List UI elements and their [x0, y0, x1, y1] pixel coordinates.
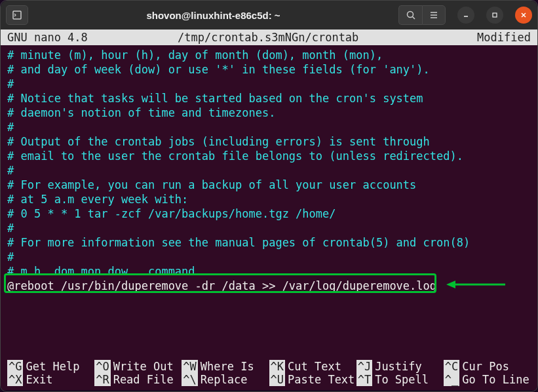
- maximize-button[interactable]: [486, 7, 503, 24]
- shortcut-where-is: ^WWhere Is: [182, 360, 269, 373]
- nano-app-label: GNU nano 4.8: [7, 31, 178, 44]
- editor-line: # For more information see the manual pa…: [7, 235, 531, 250]
- svg-marker-11: [446, 281, 455, 288]
- minimize-button[interactable]: [457, 7, 474, 24]
- shortcut-replace: ^\Replace: [182, 373, 269, 386]
- minimize-icon: [463, 12, 469, 18]
- shortcut-cut-text: ^KCut Text: [269, 360, 356, 373]
- editor-line: # 0 5 * * 1 tar -zcf /var/backups/home.t…: [7, 206, 531, 221]
- svg-line-2: [412, 17, 415, 20]
- nano-file-path: /tmp/crontab.s3mNGn/crontab: [178, 31, 477, 44]
- editor-line: # For example, you can run a backup of a…: [7, 178, 531, 192]
- editor-line: # email to the user the crontab file bel…: [7, 149, 531, 163]
- editor-line: # m h dom mon dow command: [7, 264, 531, 279]
- editor-line: # Notice that tasks will be started base…: [7, 91, 531, 106]
- shortcut-go-to-line: ^_Go To Line: [444, 373, 531, 386]
- nano-status: Modified: [477, 31, 531, 44]
- shortcut-read-file: ^RRead File: [94, 373, 182, 386]
- annotation-arrow-icon: [446, 278, 505, 291]
- shortcut-justify: ^JJustify: [356, 360, 444, 373]
- shortcut-exit: ^XExit: [7, 373, 94, 386]
- window-titlebar: shovon@linuxhint-e86c5d: ~: [1, 1, 537, 29]
- close-button[interactable]: [515, 7, 532, 24]
- svg-rect-7: [493, 13, 497, 17]
- nano-header-bar: GNU nano 4.8 /tmp/crontab.s3mNGn/crontab…: [1, 29, 537, 45]
- svg-rect-0: [13, 11, 21, 19]
- close-icon: [520, 12, 527, 18]
- menu-button[interactable]: [422, 5, 446, 25]
- shortcut-cur-pos: ^CCur Pos: [444, 360, 531, 373]
- shortcut-write-out: ^OWrite Out: [94, 360, 182, 373]
- shortcut-paste-text: ^UPaste Text: [269, 373, 356, 386]
- editor-line: # minute (m), hour (h), day of month (do…: [7, 48, 531, 62]
- editor-line: #: [7, 250, 531, 264]
- terminal-icon: [12, 10, 22, 20]
- shortcut-get-help: ^GGet Help: [7, 360, 94, 373]
- editor-line: #: [7, 163, 531, 178]
- editor-line: #: [7, 120, 531, 134]
- editor-area[interactable]: # minute (m), hour (h), day of month (do…: [1, 45, 537, 360]
- editor-line: # and day of week (dow) or use '*' in th…: [7, 62, 531, 77]
- hamburger-icon: [429, 10, 439, 20]
- nano-shortcuts-bar: ^GGet Help ^OWrite Out ^WWhere Is ^KCut …: [1, 360, 537, 390]
- search-button[interactable]: [398, 5, 422, 25]
- new-tab-button[interactable]: [6, 5, 28, 25]
- editor-line: # at 5 a.m every week with:: [7, 192, 531, 206]
- editor-line: #: [7, 221, 531, 235]
- editor-line: #: [7, 77, 531, 91]
- shortcut-to-spell: ^TTo Spell: [356, 373, 444, 386]
- editor-line: # daemon's notion of time and timezones.: [7, 106, 531, 120]
- search-icon: [406, 10, 416, 20]
- window-title: shovon@linuxhint-e86c5d: ~: [33, 10, 393, 21]
- svg-point-1: [407, 12, 413, 18]
- editor-line: # Output of the crontab jobs (including …: [7, 134, 531, 149]
- maximize-icon: [491, 12, 498, 18]
